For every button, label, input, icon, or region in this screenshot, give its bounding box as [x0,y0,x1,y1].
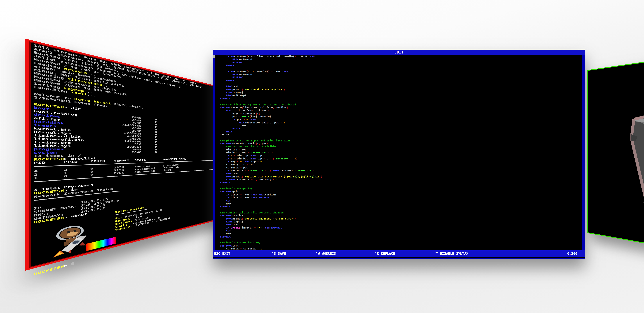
code-line: CLS [220,229,582,232]
code-line: REM confirm exit if file contents change… [220,211,582,214]
code-line: REM scan lines using INSTR; positions ar… [220,103,582,106]
code-line: DEF FNscanFrom(line_from, col_from, need… [220,106,582,109]
status-shortcut--s-save: ^S SAVE [272,252,286,256]
code-line: REM handle cursor left key [220,241,582,244]
code-line: PROCendPrompt [220,58,582,61]
code-line: PROCprompt("Contents changed. Are you su… [220,217,582,220]
code-line: IF top < 0 THEN top = 0 [220,160,582,163]
crate-screen-window [587,42,644,268]
code-line: REM handle escape key [220,187,582,190]
code-line: IF FNscanFrom(start_line, start_col, nee… [220,55,582,58]
code-line: IF FNscanFrom(0, 0, needle$) = TRUE THEN [220,70,582,73]
rocket-mascot-art [49,217,92,265]
code-line: ENDIF [220,79,582,82]
code-line: IF dirty = TRUE THEN PROCconfirm [220,193,582,196]
code-line: CLS [220,199,582,202]
code-line: END [220,232,582,235]
code-line: ENDPROC [220,76,582,79]
code-line: win_bot = top + TERMHEIGHT - 3 [220,151,582,154]
code-line: ENDPROC [220,235,582,238]
code-line: DEF PROCconfirm [220,214,582,217]
code-line: IF L < win_top THEN top = L [220,154,582,157]
code-line: currentx = currentx - 1 [220,247,582,250]
code-line: hay$ = content$(L) [220,112,582,115]
code-line: PROCtext [220,85,582,88]
code-line: PROCtext [220,223,582,226]
scrollbar-thumb[interactable] [213,55,215,58]
code-line [220,100,582,103]
code-line [220,136,582,139]
code-line: PROCendPrompt [220,94,582,97]
code-line: PROCendPrompt [220,73,582,76]
code-line: REM place cursor on L,pos and bring into… [220,139,582,142]
code-line: FOR L = line_from TO lines - 1 [220,109,582,112]
status-shortcut-esc-exit: ESC EXIT [214,252,230,256]
code-line: ENDIF [220,64,582,67]
crate-3d-render [630,105,644,217]
code-line [220,184,582,187]
code-line: CURSOR currentx + 1, currenty + 2 [220,178,582,181]
code-line [220,208,582,211]
code-line: PROCmoveCursorToHit(L, pos - 1) [220,121,582,124]
code-line: DEF PROCmoveCursorToHit(L, pos) [220,142,582,145]
code-line: NEXT [220,130,582,133]
code-line: IF UPPER$(input$) = "N" THEN ENDPROC [220,226,582,229]
code-line: KGET dummy$ [220,91,582,94]
status-shortcut--w-whereis: ^W WHEREIS [316,252,336,256]
code-line: ENDPROC [220,205,582,208]
code-line: ENDIF [220,127,582,130]
editor-footer-gap [213,257,585,258]
editor-title: EDIT [394,50,404,54]
status-shortcut--r-replace: ^R REPLACE [375,252,395,256]
code-line: IF dirty = TRUE THEN ENDPROC [220,196,582,199]
code-line: IF pos > 0 THEN [220,118,582,121]
code-line: IF L > win_bot THEN top = L - (TERMHEIGH… [220,157,582,160]
code-line: DEF PROCquit [220,190,582,193]
code-line: REM set top so that L is visible [220,145,582,148]
code-line [220,82,582,85]
code-line: PROCprompt("Replace this occurrence? (Y)… [220,175,582,178]
code-line: KGET input$ [220,220,582,223]
code-line: ENDPROC [220,61,582,64]
code-line: =FALSE [220,133,582,136]
code-line: currenty = L - top [220,163,582,166]
editor-code-area[interactable]: IF FNscanFrom(start_line, start_col, nee… [215,55,582,250]
cursor-position: 0,260 [567,252,577,256]
editor-window: EDIT IF FNscanFrom(start_line, start_col… [213,50,585,259]
code-line: win_top = top [220,148,582,151]
code-line: pos = INSTR(hay$, needle$) [220,115,582,118]
code-line: PROCtext [220,172,582,175]
code-line: DEF PROCleft [220,244,582,247]
editor-title-bar: EDIT [213,50,585,55]
editor-scrollbar[interactable] [213,55,215,250]
code-line [220,67,582,70]
code-line: ENDPROC [220,97,582,100]
code-line [220,238,582,241]
editor-status-bar: 0,260 ESC EXIT^S SAVE^W WHEREIS^R REPLAC… [213,250,585,257]
code-line: END [220,202,582,205]
code-line: currentx = pos [220,166,582,169]
code-line: PROCprompt("Not found. Press any key") [220,88,582,91]
code-line: =TRUE [220,124,582,127]
code-line: ENDPROC [220,181,582,184]
status-shortcut--t-disable-syntax: ^T DISABLE SYNTAX [434,252,468,256]
code-line: IF currentx > (TERMWIDTH - 1) THEN curre… [220,169,582,172]
